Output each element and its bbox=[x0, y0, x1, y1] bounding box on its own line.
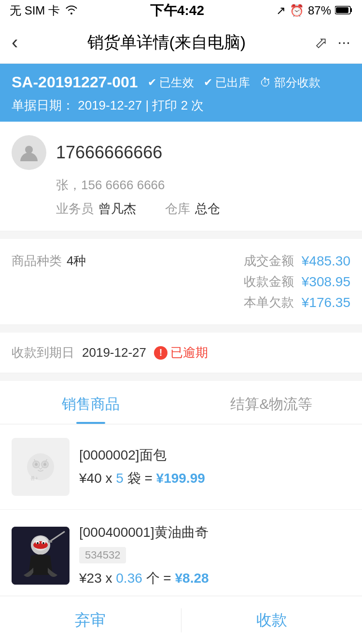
tab-section: 销售商品 结算&物流等 bbox=[0, 381, 362, 424]
nav-left: ‹ bbox=[12, 31, 18, 53]
received-amount-label: 收款金额 bbox=[244, 273, 294, 290]
product-code-1: [0000002] bbox=[79, 448, 139, 462]
battery-text: 87% bbox=[308, 4, 331, 17]
wifi-icon bbox=[65, 4, 78, 17]
product-total-2: ¥8.28 bbox=[175, 571, 209, 586]
product-total-1: ¥199.99 bbox=[156, 471, 205, 486]
svg-rect-1 bbox=[350, 8, 352, 12]
order-id: SA-20191227-001 bbox=[12, 73, 138, 91]
product-qty-2: 0.36 bbox=[116, 571, 142, 586]
svg-point-3 bbox=[25, 146, 33, 154]
battery-icon bbox=[335, 4, 352, 17]
confirm-button[interactable]: 收款 bbox=[181, 596, 362, 644]
deal-amount-value: ¥485.30 bbox=[302, 253, 350, 269]
nav-bar: ‹ 销货单详情(来自电脑) ⬀ ··· bbox=[0, 21, 362, 64]
more-icon[interactable]: ··· bbox=[337, 33, 350, 51]
warehouse-label: 仓库 bbox=[165, 200, 190, 217]
owed-amount-label: 本单欠款 bbox=[244, 294, 294, 311]
badge-partial-text: 部分收款 bbox=[274, 75, 320, 90]
tab-products[interactable]: 销售商品 bbox=[0, 381, 181, 424]
product-type-value: 4种 bbox=[67, 252, 86, 269]
check-icon-1: ✔ bbox=[148, 76, 156, 89]
status-time: 下午4:42 bbox=[150, 1, 204, 20]
svg-point-14 bbox=[33, 541, 48, 549]
due-label: 收款到期日 bbox=[12, 344, 74, 361]
sim-status: 无 SIM 卡 bbox=[10, 3, 60, 18]
avatar bbox=[12, 135, 46, 170]
product-price-1: ¥40 x 5 袋 = ¥199.99 bbox=[79, 469, 350, 488]
warehouse-item: 仓库 总仓 bbox=[165, 200, 220, 217]
alarm-icon: ⏰ bbox=[290, 4, 304, 17]
stats-right: 成交金额 ¥485.30 收款金额 ¥308.95 本单欠款 ¥176.35 bbox=[244, 252, 350, 311]
svg-point-8 bbox=[43, 463, 46, 466]
due-date: 2019-12-27 bbox=[82, 345, 146, 360]
status-left: 无 SIM 卡 bbox=[10, 3, 78, 18]
product-tag-2: 534532 bbox=[79, 547, 126, 563]
product-thumb-2 bbox=[12, 527, 70, 585]
list-item: 兽+ [0000002]面包 ¥40 x 5 袋 = ¥199.99 bbox=[0, 424, 362, 510]
back-button[interactable]: ‹ bbox=[12, 31, 18, 53]
customer-phone: 17666666666 bbox=[56, 142, 162, 163]
status-bar: 无 SIM 卡 下午4:42 ↗ ⏰ 87% bbox=[0, 0, 362, 21]
received-amount-row: 收款金额 ¥308.95 bbox=[244, 273, 350, 290]
date-label: 单据日期： bbox=[12, 98, 74, 112]
svg-text:兽+: 兽+ bbox=[30, 476, 38, 481]
check-icon-2: ✔ bbox=[204, 76, 212, 89]
product-title-1: 面包 bbox=[139, 448, 167, 462]
product-base-price-1: ¥40 bbox=[79, 471, 102, 486]
warehouse-value: 总仓 bbox=[195, 200, 220, 217]
customer-section: 17666666666 张，156 6666 6666 业务员 曾凡杰 仓库 总… bbox=[0, 122, 362, 231]
print-count: | 打印 2 次 bbox=[145, 98, 204, 112]
product-info-1: [0000002]面包 ¥40 x 5 袋 = ¥199.99 bbox=[79, 446, 350, 488]
badge-shipped: ✔ 已出库 bbox=[204, 75, 250, 90]
customer-meta: 业务员 曾凡杰 仓库 总仓 bbox=[56, 200, 350, 217]
product-name-2: [000400001]黄油曲奇 bbox=[79, 523, 350, 542]
order-date: 2019-12-27 bbox=[78, 98, 142, 112]
owed-amount-value: ¥176.35 bbox=[302, 295, 350, 310]
product-name-1: [0000002]面包 bbox=[79, 446, 350, 464]
tab-products-label: 销售商品 bbox=[62, 396, 120, 412]
product-base-price-2: ¥23 bbox=[79, 571, 102, 586]
product-code-2: [000400001] bbox=[79, 525, 154, 540]
stats-left: 商品种类 4种 bbox=[12, 252, 86, 269]
page-title: 销货单详情(来自电脑) bbox=[87, 31, 246, 54]
product-equals-2: = bbox=[163, 571, 175, 586]
svg-rect-2 bbox=[336, 7, 348, 13]
product-multiply-1: x bbox=[106, 471, 116, 486]
customer-row: 17666666666 bbox=[12, 135, 350, 170]
product-info-2: [000400001]黄油曲奇 534532 ¥23 x 0.36 个 = ¥8… bbox=[79, 523, 350, 588]
product-type-label: 商品种类 bbox=[12, 252, 62, 269]
product-type-row: 商品种类 4种 bbox=[12, 252, 86, 269]
header-top-row: SA-20191227-001 ✔ 已生效 ✔ 已出库 ⏱ 部分收款 bbox=[12, 73, 350, 91]
deal-amount-label: 成交金额 bbox=[244, 252, 294, 269]
badge-partial: ⏱ 部分收款 bbox=[260, 75, 320, 90]
status-right: ↗ ⏰ 87% bbox=[276, 4, 352, 17]
product-unit-1: 袋 bbox=[127, 471, 141, 486]
svg-point-17 bbox=[37, 542, 39, 544]
badge-shipped-text: 已出库 bbox=[215, 75, 250, 90]
list-item: [000400001]黄油曲奇 534532 ¥23 x 0.36 个 = ¥8… bbox=[0, 510, 362, 602]
sales-rep-item: 业务员 曾凡杰 bbox=[56, 200, 136, 217]
customer-sub: 张，156 6666 6666 bbox=[56, 177, 350, 194]
share-icon[interactable]: ⬀ bbox=[315, 33, 328, 52]
badge-effective-text: 已生效 bbox=[159, 75, 194, 90]
product-multiply-2: x bbox=[106, 571, 116, 586]
location-icon: ↗ bbox=[276, 4, 286, 17]
nav-right: ⬀ ··· bbox=[315, 33, 350, 52]
svg-point-18 bbox=[42, 542, 44, 544]
product-qty-1: 5 bbox=[116, 471, 124, 486]
svg-point-7 bbox=[35, 463, 38, 466]
product-thumb-1: 兽+ bbox=[12, 438, 70, 496]
product-list: 兽+ [0000002]面包 ¥40 x 5 袋 = ¥199.99 bbox=[0, 424, 362, 602]
product-unit-2: 个 bbox=[146, 571, 160, 586]
product-title-2: 黄油曲奇 bbox=[154, 525, 209, 540]
stats-section: 商品种类 4种 成交金额 ¥485.30 收款金额 ¥308.95 本单欠款 ¥… bbox=[0, 239, 362, 325]
deal-amount-row: 成交金额 ¥485.30 bbox=[244, 252, 350, 269]
product-equals-1: = bbox=[144, 471, 156, 486]
overdue-badge: ! 已逾期 bbox=[154, 344, 208, 361]
clock-icon: ⏱ bbox=[260, 76, 271, 89]
tab-settlement[interactable]: 结算&物流等 bbox=[181, 381, 362, 424]
cancel-button[interactable]: 弃审 bbox=[0, 596, 181, 644]
received-amount-value: ¥308.95 bbox=[302, 274, 350, 290]
badge-effective: ✔ 已生效 bbox=[148, 75, 194, 90]
